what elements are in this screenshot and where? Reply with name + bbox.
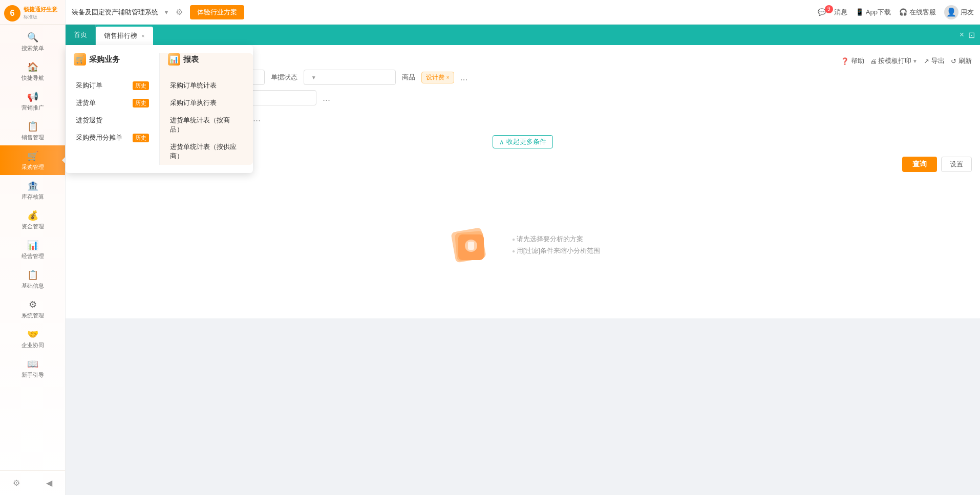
sidebar-item-basic[interactable]: 📋 基础信息 [0, 264, 65, 294]
sidebar: 6 畅捷通好生意 标准版 🔍 搜索菜单 🏠 快捷导航 📢 营销推广 📋 销售管理… [0, 0, 66, 495]
dropdown-report-title: 📊 报表 [168, 53, 245, 70]
sidebar-item-system[interactable]: ⚙ 系统管理 [0, 294, 65, 324]
report-title-icon: 📊 [168, 53, 180, 66]
app-download-btn[interactable]: 📱 App下载 [856, 8, 891, 17]
help-btn[interactable]: ❓ 帮助 [841, 56, 864, 66]
purchase-title-icon: 🛒 [74, 53, 86, 66]
print-btn[interactable]: 🖨 按模板打印 ▼ [870, 56, 918, 66]
sidebar-item-label: 营销推广 [22, 104, 44, 112]
goods-tag-close-icon[interactable]: × [446, 75, 450, 80]
topbar-dropdown-arrow[interactable]: ▼ [163, 9, 169, 16]
sidebar-item-label: 采购管理 [22, 163, 44, 171]
window-close-btn[interactable]: × [960, 30, 964, 39]
purchase-receipt-label: 进货单 [76, 98, 96, 107]
online-service-btn[interactable]: 🎧 在线客服 [899, 8, 936, 17]
print-icon: 🖨 [870, 57, 877, 65]
tabbar: 首页 销售排行榜 × × ⊡ [66, 25, 980, 45]
dropdown-item-purchase-expense[interactable]: 采购费用分摊单 历史 [74, 129, 151, 146]
filter-collapse-btn[interactable]: ∧ 收起更多条件 [493, 135, 553, 148]
industry-btn[interactable]: 体验行业方案 [190, 5, 244, 19]
info-icon: 📋 [27, 269, 38, 281]
footer-settings-btn[interactable]: ⚙ [10, 475, 23, 491]
topbar-right: 💬 9 消息 📱 App下载 🎧 在线客服 👤 用友 [818, 5, 974, 19]
purchase-col-title-text: 采购业务 [89, 55, 120, 64]
sidebar-item-finance[interactable]: 💰 资金管理 [0, 205, 65, 234]
home-tab-label: 首页 [74, 30, 87, 39]
refresh-btn[interactable]: ↺ 刷新 [951, 56, 972, 66]
online-service-label: 在线客服 [909, 8, 936, 17]
dropdown-menu: 🛒 采购业务 采购订单 历史 进货单 历史 进货退货 采购费用分摊单 历史 📊 … [66, 45, 253, 173]
empty-state-icon [445, 219, 497, 270]
sidebar-item-inventory[interactable]: 🏦 库存核算 [0, 175, 65, 205]
sidebar-item-enterprise[interactable]: 🤝 企业协同 [0, 324, 65, 353]
sidebar-item-label: 新手引导 [22, 371, 44, 379]
tab-sales-ranking[interactable]: 销售排行榜 × [96, 27, 153, 45]
chevron-down-icon: ▼ [311, 75, 316, 80]
sidebar-item-label: 基础信息 [22, 282, 44, 290]
dropdown-item-purchase-return[interactable]: 进货退货 [74, 112, 151, 129]
sidebar-item-purchase[interactable]: 🛒 采购管理 [0, 145, 65, 175]
report-col-title-text: 报表 [183, 55, 199, 64]
sidebar-item-label: 搜索菜单 [22, 45, 44, 52]
empty-tip1: 请先选择要分析的方案 [512, 233, 600, 245]
print-dropdown-arrow: ▼ [912, 58, 918, 64]
app-download-label: App下载 [866, 8, 891, 17]
sidebar-item-label: 销售管理 [22, 134, 44, 141]
goods-filter-more[interactable]: ... [460, 72, 468, 83]
gear-icon: ⚙ [29, 299, 37, 310]
user-btn[interactable]: 👤 用友 [944, 5, 974, 19]
sidebar-item-sales[interactable]: 📋 销售管理 [0, 116, 65, 145]
topbar-title: 装备及固定资产辅助管理系统 [72, 8, 158, 17]
topbar: 装备及固定资产辅助管理系统 ▼ ⚙ 体验行业方案 💬 9 消息 📱 App下载 … [66, 0, 980, 25]
tab-close-icon[interactable]: × [141, 33, 144, 39]
tab-home[interactable]: 首页 [66, 25, 96, 45]
sidebar-item-label: 快捷导航 [22, 74, 44, 82]
clipboard-icon: 📋 [27, 121, 38, 132]
sidebar-item-search[interactable]: 🔍 搜索菜单 [0, 27, 65, 56]
query-button[interactable]: 查询 [902, 157, 937, 172]
topbar-gear-icon[interactable]: ⚙ [176, 7, 183, 17]
receipt-by-supplier-label: 进货单统计表（按供应商） [170, 142, 243, 161]
goods-tag-value: 设计费 [426, 73, 444, 82]
dropdown-item-receipt-by-supplier[interactable]: 进货单统计表（按供应商） [168, 138, 245, 165]
export-btn[interactable]: ↗ 导出 [924, 56, 945, 66]
search-icon: 🔍 [27, 32, 38, 43]
dropdown-item-purchase-order[interactable]: 采购订单 历史 [74, 77, 151, 94]
settings-button[interactable]: 设置 [941, 157, 972, 172]
refresh-icon: ↺ [951, 57, 956, 65]
dropdown-item-order-exec[interactable]: 采购订单执行表 [168, 94, 245, 112]
dropdown-purchase-title: 🛒 采购业务 [74, 53, 151, 70]
empty-text: 请先选择要分析的方案 用[过滤]条件来缩小分析范围 [512, 233, 600, 257]
sidebar-item-label: 企业协同 [22, 341, 44, 349]
sidebar-item-operations[interactable]: 📊 经营管理 [0, 234, 65, 264]
order-stats-label: 采购订单统计表 [170, 81, 217, 90]
customer-filter-more[interactable]: ... [253, 113, 261, 124]
money-icon: 💰 [27, 210, 38, 221]
order-exec-label: 采购订单执行表 [170, 98, 217, 107]
headset-icon: 🎧 [899, 8, 907, 16]
dropdown-report-col: 📊 报表 采购订单统计表 采购订单执行表 进货单统计表（按商品） 进货单统计表（… [159, 53, 253, 165]
sidebar-item-quick-nav[interactable]: 🏠 快捷导航 [0, 56, 65, 86]
sidebar-item-guide[interactable]: 📖 新手引导 [0, 353, 65, 383]
window-maximize-btn[interactable]: ⊡ [968, 30, 975, 40]
export-icon: ↗ [924, 57, 929, 65]
sidebar-item-label: 资金管理 [22, 223, 44, 230]
megaphone-icon: 📢 [27, 91, 38, 102]
message-badge: 9 [825, 5, 833, 13]
dropdown-item-order-stats[interactable]: 采购订单统计表 [168, 77, 245, 94]
footer-collapse-btn[interactable]: ◀ [43, 475, 55, 491]
hist-badge-expense: 历史 [133, 134, 149, 142]
sidebar-item-marketing[interactable]: 📢 营销推广 [0, 86, 65, 116]
sidebar-item-label: 库存核算 [22, 193, 44, 201]
sidebar-nav: 🔍 搜索菜单 🏠 快捷导航 📢 营销推广 📋 销售管理 🛒 采购管理 🏦 库存核… [0, 25, 65, 470]
phone-icon: 📱 [856, 8, 864, 16]
dropdown-item-receipt-by-goods[interactable]: 进货单统计表（按商品） [168, 112, 245, 138]
status-filter-label: 单据状态 [271, 73, 297, 82]
status-filter-select[interactable]: ▼ [304, 70, 396, 85]
goods-filter-tag: 设计费 × [421, 72, 454, 83]
receipt-by-goods-label: 进货单统计表（按商品） [170, 116, 243, 134]
sales-ranking-tab-label: 销售排行榜 [104, 31, 137, 40]
salesperson-filter-more[interactable]: ... [323, 93, 330, 103]
dropdown-item-purchase-receipt[interactable]: 进货单 历史 [74, 94, 151, 112]
message-btn[interactable]: 💬 9 消息 [818, 8, 847, 17]
